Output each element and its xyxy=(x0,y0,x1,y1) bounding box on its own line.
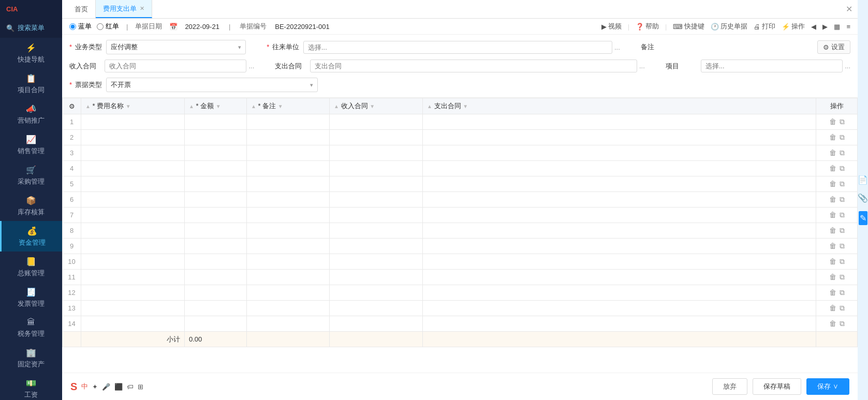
copy-icon[interactable]: ⧉ xyxy=(840,133,845,142)
th-note[interactable]: ▲ * 备注 ▼ xyxy=(247,98,330,114)
copy-icon[interactable]: ⧉ xyxy=(840,195,845,204)
row-note[interactable] xyxy=(247,301,330,316)
tab-expense-close[interactable]: ✕ xyxy=(140,5,144,12)
business-type-select[interactable]: 应付调整 ▾ xyxy=(106,40,246,54)
row-amount[interactable] xyxy=(185,254,247,270)
row-income[interactable] xyxy=(330,239,423,254)
th-amount[interactable]: ▲ * 金额 ▼ xyxy=(185,98,247,114)
settings-button[interactable]: ⚙ 设置 xyxy=(817,40,850,54)
copy-icon[interactable]: ⧉ xyxy=(840,304,845,313)
row-income[interactable] xyxy=(330,223,423,239)
row-note[interactable] xyxy=(247,145,330,161)
prev-btn[interactable]: ◀ xyxy=(811,23,816,31)
layout1-btn[interactable]: ▦ xyxy=(834,23,840,31)
row-name[interactable] xyxy=(81,192,185,208)
row-name[interactable] xyxy=(81,145,185,161)
expense-contract-input[interactable] xyxy=(310,60,637,72)
row-note[interactable] xyxy=(247,161,330,176)
delete-icon[interactable]: 🗑 xyxy=(829,180,836,188)
row-amount[interactable] xyxy=(185,130,247,145)
radio-blue[interactable]: 蓝单 xyxy=(69,22,92,31)
shortcut-btn[interactable]: ⌨ 快捷键 xyxy=(673,22,704,31)
invoice-type-select[interactable]: 不开票 ▾ xyxy=(106,78,318,92)
income-contract-dots[interactable]: ... xyxy=(248,62,254,70)
row-income[interactable] xyxy=(330,192,423,208)
row-name[interactable] xyxy=(81,223,185,239)
row-amount[interactable] xyxy=(185,145,247,161)
sidebar-item-tax[interactable]: 🏛 税务管理 xyxy=(0,313,62,343)
row-amount[interactable] xyxy=(185,316,247,332)
next-btn[interactable]: ▶ xyxy=(822,23,828,31)
row-income[interactable] xyxy=(330,285,423,301)
grid-icon[interactable]: ⊞ xyxy=(138,383,143,391)
row-note[interactable] xyxy=(247,285,330,301)
row-amount[interactable] xyxy=(185,176,247,192)
th-expense[interactable]: ▲ 支出合同 ▼ xyxy=(423,98,816,114)
layout2-btn[interactable]: ≡ xyxy=(846,23,850,31)
mic-icon[interactable]: 🎤 xyxy=(102,383,110,391)
th-income[interactable]: ▲ 收入合同 ▼ xyxy=(330,98,423,114)
sidebar-item-salary[interactable]: 💵 工资 xyxy=(0,373,62,400)
row-expense[interactable] xyxy=(423,208,816,223)
row-note[interactable] xyxy=(247,114,330,130)
delete-icon[interactable]: 🗑 xyxy=(829,133,836,142)
delete-icon[interactable]: 🗑 xyxy=(829,288,836,297)
sidebar-item-assets[interactable]: 🏢 固定资产 xyxy=(0,343,62,373)
sidebar-item-finance[interactable]: 💰 资金管理 xyxy=(0,221,62,251)
copy-icon[interactable]: ⧉ xyxy=(840,257,845,266)
save-draft-button[interactable]: 保存草稿 xyxy=(753,378,801,395)
row-income[interactable] xyxy=(330,114,423,130)
row-name[interactable] xyxy=(81,270,185,285)
partner-dots[interactable]: ... xyxy=(614,43,620,51)
delete-icon[interactable]: 🗑 xyxy=(829,257,836,266)
row-amount[interactable] xyxy=(185,161,247,176)
sidebar-item-project[interactable]: 📋 项目合同 xyxy=(0,68,62,99)
project-input[interactable] xyxy=(701,60,843,72)
sidebar-item-ledger[interactable]: 📒 总账管理 xyxy=(0,251,62,282)
row-expense[interactable] xyxy=(423,254,816,270)
row-amount[interactable] xyxy=(185,239,247,254)
copy-icon[interactable]: ⧉ xyxy=(840,273,845,282)
row-income[interactable] xyxy=(330,316,423,332)
radio-red[interactable]: 红单 xyxy=(97,22,119,31)
sidebar-item-inventory[interactable]: 📦 库存核算 xyxy=(0,190,62,221)
row-name[interactable] xyxy=(81,208,185,223)
row-name[interactable] xyxy=(81,161,185,176)
row-expense[interactable] xyxy=(423,176,816,192)
sidebar-search[interactable]: 🔍 搜索菜单 xyxy=(0,18,62,38)
help-btn[interactable]: ❓ 帮助 xyxy=(636,22,659,31)
copy-icon[interactable]: ⧉ xyxy=(840,180,845,188)
row-income[interactable] xyxy=(330,208,423,223)
row-expense[interactable] xyxy=(423,239,816,254)
row-expense[interactable] xyxy=(423,114,816,130)
row-note[interactable] xyxy=(247,192,330,208)
row-note[interactable] xyxy=(247,270,330,285)
video-btn[interactable]: ▶ 视频 xyxy=(601,22,622,31)
tag-icon[interactable]: 🏷 xyxy=(127,383,134,391)
row-name[interactable] xyxy=(81,301,185,316)
row-expense[interactable] xyxy=(423,161,816,176)
row-name[interactable] xyxy=(81,176,185,192)
copy-icon[interactable]: ⧉ xyxy=(840,319,845,328)
row-note[interactable] xyxy=(247,208,330,223)
th-settings[interactable]: ⚙ xyxy=(63,98,81,114)
delete-icon[interactable]: 🗑 xyxy=(829,319,836,328)
row-note[interactable] xyxy=(247,239,330,254)
row-expense[interactable] xyxy=(423,145,816,161)
row-amount[interactable] xyxy=(185,208,247,223)
radio-blue-input[interactable] xyxy=(69,23,76,30)
delete-icon[interactable]: 🗑 xyxy=(829,242,836,250)
square-icon[interactable]: ⬛ xyxy=(114,383,123,391)
row-expense[interactable] xyxy=(423,270,816,285)
row-name[interactable] xyxy=(81,254,185,270)
copy-icon[interactable]: ⧉ xyxy=(840,226,845,235)
row-expense[interactable] xyxy=(423,223,816,239)
row-amount[interactable] xyxy=(185,301,247,316)
sidebar-item-marketing[interactable]: 📣 营销推广 xyxy=(0,99,62,129)
row-income[interactable] xyxy=(330,270,423,285)
delete-icon[interactable]: 🗑 xyxy=(829,164,836,173)
row-name[interactable] xyxy=(81,316,185,332)
copy-icon[interactable]: ⧉ xyxy=(840,211,845,219)
sidebar-item-purchase[interactable]: 🛒 采购管理 xyxy=(0,160,62,190)
radio-red-input[interactable] xyxy=(97,23,104,30)
